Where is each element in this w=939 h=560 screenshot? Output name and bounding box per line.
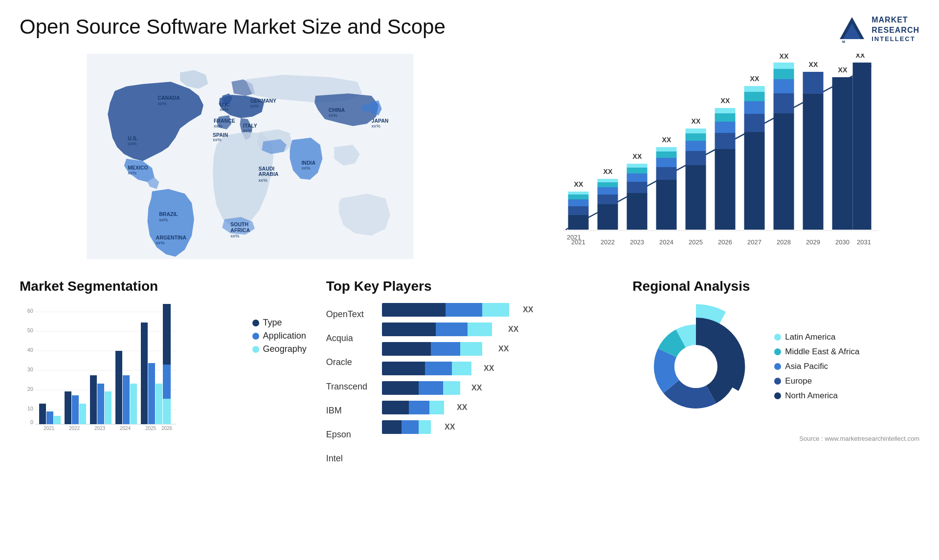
svg-text:BRAZIL: BRAZIL bbox=[159, 211, 178, 217]
svg-rect-42 bbox=[568, 192, 588, 194]
svg-rect-129 bbox=[97, 384, 104, 424]
svg-text:xx%: xx% bbox=[230, 233, 240, 238]
svg-rect-48 bbox=[597, 182, 618, 187]
svg-text:xx%: xx% bbox=[156, 240, 165, 245]
svg-text:2031: 2031 bbox=[857, 238, 871, 246]
bar-row-oracle: XX bbox=[382, 342, 613, 356]
top-section: CANADA xx% U.S. xx% MEXICO xx% BRAZIL xx… bbox=[20, 54, 919, 259]
svg-rect-120 bbox=[39, 404, 46, 424]
svg-rect-82 bbox=[773, 93, 794, 113]
svg-rect-40 bbox=[568, 199, 588, 206]
svg-rect-46 bbox=[597, 194, 618, 204]
svg-text:10: 10 bbox=[27, 406, 33, 411]
svg-text:2023: 2023 bbox=[630, 238, 644, 246]
legend-application: Application bbox=[252, 331, 307, 341]
svg-text:ARGENTINA: ARGENTINA bbox=[156, 235, 187, 240]
regional-title: Regional Analysis bbox=[632, 279, 919, 294]
svg-text:2029: 2029 bbox=[806, 238, 820, 246]
application-dot bbox=[252, 333, 259, 340]
svg-rect-130 bbox=[105, 391, 112, 424]
svg-rect-121 bbox=[46, 411, 53, 424]
geography-dot bbox=[252, 346, 259, 353]
world-map-container: CANADA xx% U.S. xx% MEXICO xx% BRAZIL xx… bbox=[20, 54, 481, 259]
svg-text:30: 30 bbox=[27, 366, 33, 372]
player-names-col: OpenText Acquia Oracle Transcend IBM Eps… bbox=[326, 303, 367, 468]
bar-label-opentext: XX bbox=[523, 305, 533, 314]
svg-text:xx%: xx% bbox=[329, 112, 338, 118]
svg-text:2024: 2024 bbox=[659, 238, 673, 246]
type-dot bbox=[252, 320, 259, 326]
europe-dot bbox=[774, 378, 781, 385]
svg-rect-38 bbox=[568, 215, 588, 230]
svg-text:2022: 2022 bbox=[69, 426, 80, 430]
svg-rect-55 bbox=[626, 164, 647, 168]
svg-rect-77 bbox=[744, 101, 764, 114]
key-players-section: Top Key Players OpenText Acquia Oracle T… bbox=[326, 279, 613, 468]
donut-chart bbox=[632, 303, 760, 430]
svg-rect-133 bbox=[123, 375, 130, 424]
logo: M MARKET RESEARCH INTELLECT bbox=[837, 15, 919, 44]
bar-row-transcend: XX bbox=[382, 362, 613, 375]
svg-text:xx%: xx% bbox=[214, 123, 223, 129]
bar-row-acquia: XX bbox=[382, 323, 613, 336]
svg-rect-39 bbox=[568, 206, 588, 215]
svg-rect-72 bbox=[715, 113, 735, 122]
svg-text:MEXICO: MEXICO bbox=[128, 165, 148, 171]
svg-rect-60 bbox=[656, 151, 676, 158]
svg-text:xx%: xx% bbox=[372, 123, 381, 129]
bar-label-oracle: XX bbox=[498, 345, 509, 353]
reg-legend-apac: Asia Pacific bbox=[774, 362, 859, 371]
segmentation-chart: 60 50 40 30 20 10 0 bbox=[20, 303, 186, 430]
svg-rect-98 bbox=[803, 94, 823, 230]
svg-rect-126 bbox=[79, 404, 86, 424]
svg-rect-63 bbox=[685, 165, 706, 230]
player-acquia: Acquia bbox=[326, 329, 367, 347]
page-title: Open Source Software Market Size and Sco… bbox=[20, 15, 446, 39]
bar-ibm bbox=[382, 381, 468, 395]
segmentation-legend: Type Application Geography bbox=[252, 318, 307, 357]
legend-geography: Geography bbox=[252, 344, 307, 354]
svg-rect-65 bbox=[685, 141, 706, 151]
svg-text:XX: XX bbox=[691, 117, 700, 125]
svg-rect-51 bbox=[626, 193, 647, 230]
svg-text:xx%: xx% bbox=[128, 141, 137, 146]
reg-label-apac: Asia Pacific bbox=[785, 362, 828, 371]
svg-rect-75 bbox=[744, 132, 764, 230]
svg-text:XX: XX bbox=[855, 54, 865, 59]
svg-text:XX: XX bbox=[574, 180, 583, 188]
svg-text:xx%: xx% bbox=[259, 177, 268, 183]
svg-rect-59 bbox=[656, 158, 676, 167]
svg-rect-83 bbox=[773, 79, 794, 93]
svg-text:2030: 2030 bbox=[835, 238, 850, 246]
svg-rect-81 bbox=[773, 113, 794, 230]
player-ibm: IBM bbox=[326, 402, 367, 420]
svg-rect-132 bbox=[115, 351, 122, 424]
legend-type-label: Type bbox=[263, 318, 282, 328]
svg-rect-57 bbox=[656, 180, 676, 230]
source-text: Source : www.marketresearchintellect.com bbox=[632, 435, 919, 442]
svg-rect-71 bbox=[715, 122, 735, 133]
svg-rect-124 bbox=[65, 391, 71, 424]
svg-rect-64 bbox=[685, 151, 706, 165]
svg-rect-146 bbox=[163, 399, 171, 424]
svg-rect-101 bbox=[832, 77, 852, 230]
svg-text:xx%: xx% bbox=[220, 107, 229, 112]
svg-rect-99 bbox=[803, 72, 823, 94]
svg-rect-66 bbox=[685, 133, 706, 141]
svg-text:XX: XX bbox=[662, 136, 671, 144]
svg-rect-41 bbox=[568, 194, 588, 199]
legend-type: Type bbox=[252, 318, 307, 328]
svg-rect-67 bbox=[685, 129, 706, 133]
apac-dot bbox=[774, 363, 781, 370]
regional-legend: Latin America Middle East & Africa Asia … bbox=[774, 332, 859, 401]
svg-rect-54 bbox=[626, 168, 647, 173]
svg-text:XX: XX bbox=[603, 168, 612, 175]
svg-text:XX: XX bbox=[808, 61, 818, 68]
svg-text:2025: 2025 bbox=[689, 238, 703, 246]
svg-point-154 bbox=[674, 345, 717, 388]
svg-rect-69 bbox=[715, 149, 735, 230]
svg-text:xx%: xx% bbox=[157, 101, 167, 106]
svg-text:M: M bbox=[842, 40, 845, 43]
reg-label-latin: Latin America bbox=[785, 332, 835, 342]
reg-label-europe: Europe bbox=[785, 376, 812, 386]
